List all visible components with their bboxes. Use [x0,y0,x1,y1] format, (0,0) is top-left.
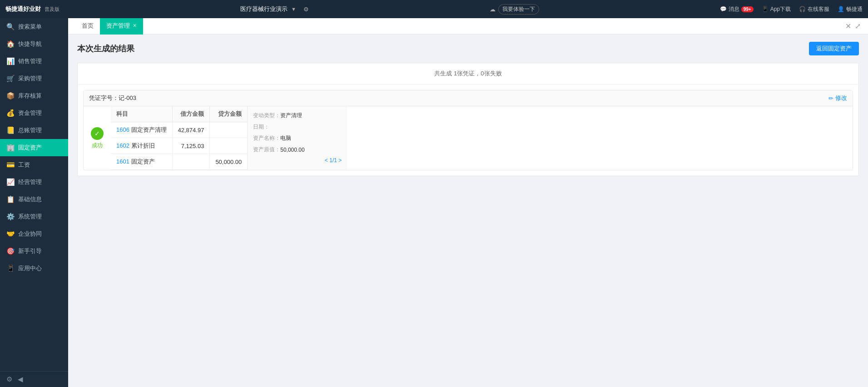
edit-voucher-button[interactable]: ✏ 修改 [828,94,847,102]
page-title: 本次生成的结果 [77,43,134,54]
sidebar: 🔍搜索菜单🏠快捷导航📊销售管理🛒采购管理📦库存核算💰资金管理📒总账管理🏢固定资产… [0,18,68,387]
voucher-content: ✓ 成功 科目 借方金额 贷方金 [84,106,853,170]
sidebar-label-ledger: 总账管理 [18,126,42,134]
message-icon: 💬 [720,6,727,12]
voucher-number: 凭证字号：记-003 [89,94,136,102]
enterprise-icon: 🤝 [6,230,15,238]
subject-cell-1: 1602 累计折旧 [111,138,172,154]
sidebar-label-funds: 资金管理 [18,109,42,117]
subject-name-2: 固定资产 [131,158,155,165]
app-download-action[interactable]: 📱 App下载 [762,5,791,13]
ledger-icon: 📒 [6,126,15,134]
credit-cell-1 [210,138,247,154]
sidebar-item-funds[interactable]: 💰资金管理 [0,104,68,122]
app-center-icon: 📱 [6,264,15,273]
sales-icon: 📊 [6,57,15,65]
sidebar-item-sales[interactable]: 📊销售管理 [0,53,68,70]
sidebar-item-purchase[interactable]: 🛒采购管理 [0,70,68,87]
app-logo: 畅捷通好业财 [5,5,41,13]
user-name: 畅捷通 [846,5,863,13]
collapse-icon[interactable]: ◀ [18,375,23,383]
sidebar-item-enterprise[interactable]: 🤝企业协同 [0,225,68,243]
basic-info-icon: 📋 [6,195,15,203]
subject-code-1[interactable]: 1602 [116,142,129,149]
prev-page-icon[interactable]: < [325,157,328,164]
subject-name-1: 累计折旧 [131,142,155,149]
guide-icon: 🎯 [6,247,15,255]
debit-cell-1: 7,125.03 [172,138,210,154]
sidebar-item-inventory[interactable]: 📦库存核算 [0,87,68,104]
messages-action[interactable]: 💬 消息 99+ [720,5,754,13]
settings-icon[interactable]: ⚙ [303,6,309,13]
table-row: 1602 累计折旧 7,125.03 [111,138,247,154]
online-service-action[interactable]: 🎧 在线客服 [799,5,829,13]
subject-code-0[interactable]: 1606 [116,126,129,133]
content-wrapper: 首页 资产管理 ✕ ✕ ⤢ 本次生成的结果 返回固定资产 共生成 1张凭证，0张… [68,18,868,387]
side-pagination: < 1/1 > [253,157,342,164]
change-type-value: 资产清理 [280,112,302,119]
edit-label: 修改 [835,94,847,102]
result-summary: 共生成 1张凭证，0张失败 [78,63,858,84]
sidebar-item-ledger[interactable]: 📒总账管理 [0,122,68,139]
user-action[interactable]: 👤 畅捷通 [838,5,863,13]
subject-code-2[interactable]: 1601 [116,158,129,165]
asset-value-label: 资产原值： [253,146,280,154]
top-header: 畅捷通好业财 普及版 医疗器械行业演示 ▼ ⚙ ☁ 我要体验一下 💬 消息 99… [0,0,868,18]
sidebar-item-guide[interactable]: 🎯新手引导 [0,243,68,260]
feedback-area[interactable]: ☁ 我要体验一下 [490,4,539,15]
company-selector[interactable]: 医疗器械行业演示 ▼ ⚙ [240,5,309,13]
col-header-credit: 贷方金额 [210,106,247,122]
tab-asset-management[interactable]: 资产管理 ✕ [100,18,143,35]
header-left: 畅捷通好业财 普及版 [5,5,60,13]
table-row: 1601 固定资产 50,000.00 [111,154,247,170]
change-type-label: 变动类型： [253,112,280,119]
settings-bottom-icon[interactable]: ⚙ [6,375,12,383]
sidebar-label-management: 经营管理 [18,178,42,186]
sidebar-label-app-center: 应用中心 [18,264,42,273]
messages-badge: 99+ [741,6,754,12]
system-icon: ⚙️ [6,213,15,221]
sidebar-label-basic-info: 基础信息 [18,195,42,203]
voucher-table-area: ✓ 成功 科目 借方金额 贷方金 [84,106,247,170]
header-right: 💬 消息 99+ 📱 App下载 🎧 在线客服 👤 畅捷通 [720,5,863,13]
tab-home-label: 首页 [82,22,94,30]
sidebar-label-enterprise: 企业协同 [18,230,42,238]
voucher-block: 凭证字号：记-003 ✏ 修改 ✓ 成功 [83,90,853,170]
asset-name-label: 资产名称： [253,134,280,142]
feedback-button[interactable]: 我要体验一下 [498,4,539,15]
inventory-icon: 📦 [6,92,15,100]
tab-home[interactable]: 首页 [75,18,100,35]
sidebar-label-quick-nav: 快捷导航 [18,40,42,48]
table-row: 1606 固定资产清理 42,874.97 [111,122,247,138]
sidebar-item-management[interactable]: 📈经营管理 [0,174,68,191]
sidebar-label-sales: 销售管理 [18,57,42,65]
sidebar-item-fixed-assets[interactable]: 🏢固定资产 [0,139,68,156]
side-change-type: 变动类型： 资产清理 [253,112,342,119]
sidebar-item-quick-nav[interactable]: 🏠快捷导航 [0,35,68,53]
sidebar-item-search[interactable]: 🔍搜索菜单 [0,18,68,35]
sidebar-label-system: 系统管理 [18,213,42,221]
side-asset-name: 资产名称： 电脑 [253,134,342,142]
sidebar-label-inventory: 库存核算 [18,92,42,100]
sidebar-item-basic-info[interactable]: 📋基础信息 [0,191,68,208]
expand-button[interactable]: ⤢ [855,22,861,30]
return-button[interactable]: 返回固定资产 [809,42,859,55]
debit-cell-2 [172,154,210,170]
company-name: 医疗器械行业演示 [240,5,288,13]
sidebar-item-system[interactable]: ⚙️系统管理 [0,208,68,225]
tab-close-icon[interactable]: ✕ [133,23,137,29]
success-check-icon: ✓ [91,127,104,140]
close-button[interactable]: ✕ [845,22,851,30]
payroll-icon: 💳 [6,161,15,169]
credit-cell-0 [210,122,247,138]
side-date: 日期： [253,123,342,131]
success-label: 成功 [92,142,103,149]
voucher-header: 凭证字号：记-003 ✏ 修改 [84,90,853,106]
next-page-icon[interactable]: > [338,157,342,164]
messages-label: 消息 [729,5,739,13]
result-container: 共生成 1张凭证，0张失败 凭证字号：记-003 ✏ 修改 [77,63,859,176]
dropdown-icon: ▼ [291,6,296,12]
sidebar-item-app-center[interactable]: 📱应用中心 [0,260,68,277]
side-asset-value: 资产原值： 50,000.00 [253,146,342,154]
sidebar-item-payroll[interactable]: 💳工资 [0,156,68,174]
